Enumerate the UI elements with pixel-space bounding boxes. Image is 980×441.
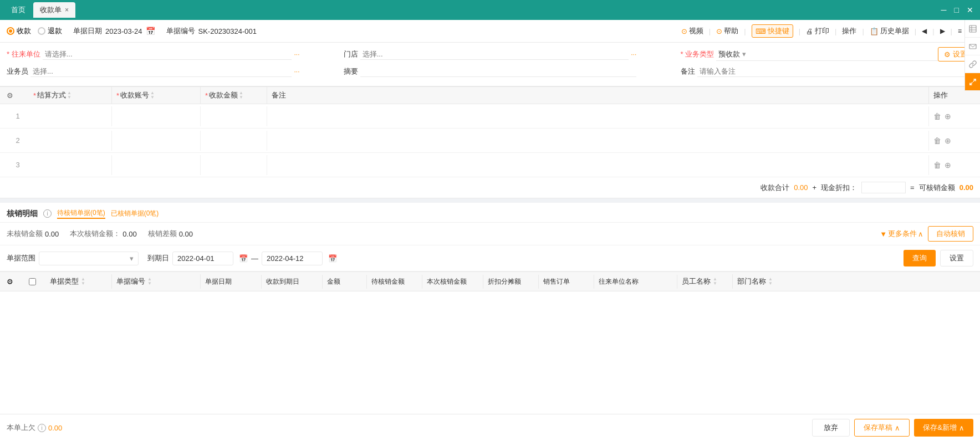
diff-value: 0.00 <box>179 230 193 238</box>
save-new-label: 保存&新增 <box>923 423 957 433</box>
save-new-btn[interactable]: 保存&新增 ∧ <box>914 419 973 437</box>
store-more[interactable]: ··· <box>631 50 636 58</box>
video-btn[interactable]: ⊙ 视频 <box>681 26 703 36</box>
form-fields: 往来单位 ··· 门店 ··· 业务类型 预收款 ▾ ⚙ <box>0 43 980 86</box>
row-cell-method-3[interactable] <box>29 155 112 175</box>
row-cell-account-2[interactable] <box>112 131 201 151</box>
nav-next-btn[interactable]: ▶ <box>940 27 945 35</box>
note-input[interactable] <box>697 66 973 77</box>
row-cell-method-2[interactable] <box>29 131 112 151</box>
summary-row: 收款合计 0.00 + 现金折扣： = 可核销金额 0.00 <box>0 177 980 198</box>
delete-icon-1[interactable]: 🗑 <box>933 112 941 121</box>
bth-counterparty: 往来单位名称 <box>594 275 677 289</box>
restore-btn[interactable]: □ <box>952 4 961 16</box>
counterparty-field: 往来单位 ··· <box>7 49 299 60</box>
row-cell-account-1[interactable] <box>112 106 201 126</box>
row-cell-remark-1[interactable] <box>267 106 929 126</box>
business-type-label: 业务类型 <box>681 49 714 59</box>
table-header: ⚙ * 结算方式 ▲▼ * 收款账号 ▲▼ * 收款金额 ▲▼ 备注 操作 <box>0 86 980 104</box>
sort-doc-type[interactable]: ▲▼ <box>81 277 85 286</box>
due-date-end[interactable] <box>262 252 323 265</box>
sort-account[interactable]: ▲▼ <box>150 91 155 100</box>
chevron-down-icon: ▾ <box>742 50 746 58</box>
tab-receipt[interactable]: 收款单 × <box>33 2 75 18</box>
counterparty-input[interactable] <box>43 49 292 60</box>
summary-input[interactable] <box>360 66 636 77</box>
radio-receipt[interactable]: 收款 <box>7 26 31 36</box>
bth-due-date: 收款到期日 <box>262 275 323 289</box>
discount-input[interactable] <box>861 182 906 193</box>
row-cell-amount-2[interactable] <box>201 131 267 151</box>
business-type-select[interactable]: 预收款 ▾ <box>716 48 938 61</box>
sort-doc-no[interactable]: ▲▼ <box>147 277 152 286</box>
right-sidebar <box>964 20 980 91</box>
tab-close-btn[interactable]: × <box>65 6 69 14</box>
copy-icon-3[interactable]: ⊕ <box>945 161 951 170</box>
info-icon[interactable]: i <box>43 209 52 218</box>
salesperson-more[interactable]: ··· <box>294 68 299 75</box>
more-conditions-btn[interactable]: ▼ 更多条件 ∧ <box>880 229 923 239</box>
reconcile-section: 核销明细 i 待核销单据(0笔) 已核销单据(0笔) 未核销金额 0.00 本次… <box>0 198 980 414</box>
nav-prev-btn[interactable]: ◀ <box>922 27 927 35</box>
sort-department[interactable]: ▲▼ <box>768 277 773 286</box>
sidebar-email-icon[interactable] <box>965 38 981 55</box>
calendar-icon[interactable]: 📅 <box>146 27 155 35</box>
delete-icon-3[interactable]: 🗑 <box>933 161 941 170</box>
current-debt-value: 0.00 <box>48 424 62 432</box>
row-cell-amount-1[interactable] <box>201 106 267 126</box>
counterparty-more[interactable]: ··· <box>294 50 299 58</box>
pending-tab[interactable]: 待核销单据(0笔) <box>57 208 105 219</box>
close-btn[interactable]: ✕ <box>964 4 976 16</box>
row-cell-amount-3[interactable] <box>201 155 267 175</box>
footer-info-icon[interactable]: i <box>38 424 46 432</box>
sort-employee[interactable]: ▲▼ <box>713 277 717 286</box>
sort-amount[interactable]: ▲▼ <box>239 91 243 100</box>
shortcut-btn[interactable]: ⌨ 快捷键 <box>752 24 793 38</box>
radio-refund[interactable]: 退款 <box>38 26 62 36</box>
all-checkbox[interactable] <box>29 278 36 285</box>
query-btn[interactable]: 查询 <box>904 250 936 266</box>
sort-settle[interactable]: ▲▼ <box>67 91 72 100</box>
copy-icon-2[interactable]: ⊕ <box>945 136 951 145</box>
th-account: * 收款账号 ▲▼ <box>112 87 201 104</box>
row-actions-2: 🗑 ⊕ <box>929 134 973 147</box>
radio-receipt-label: 收款 <box>17 26 31 36</box>
row-actions-3: 🗑 ⊕ <box>929 158 973 172</box>
window-controls: ─ □ ✕ <box>939 4 976 16</box>
table-settings-icon[interactable]: ⚙ <box>7 88 29 103</box>
page-footer: 本单上欠 i 0.00 放弃 保存草稿 ∧ 保存&新增 ∧ <box>0 414 980 441</box>
abandon-btn[interactable]: 放弃 <box>812 419 850 437</box>
minimize-btn[interactable]: ─ <box>939 4 949 16</box>
range-select[interactable]: ▾ <box>39 252 139 265</box>
store-input[interactable] <box>360 49 629 60</box>
salesperson-input[interactable] <box>30 66 292 77</box>
row-cell-account-3[interactable] <box>112 155 201 175</box>
row-cell-remark-3[interactable] <box>267 155 929 175</box>
select-all-checkbox[interactable] <box>29 278 45 285</box>
operation-btn[interactable]: 操作 <box>842 26 856 36</box>
save-draft-btn[interactable]: 保存草稿 ∧ <box>854 419 910 437</box>
range-filter: 单据范围 ▾ <box>7 252 139 265</box>
save-new-arrow: ∧ <box>959 424 964 432</box>
history-btn[interactable]: 📋 历史单据 <box>870 26 909 36</box>
sidebar-table-icon[interactable] <box>965 20 981 38</box>
calendar-start-icon[interactable]: 📅 <box>239 254 248 263</box>
bottom-table-gear[interactable]: ⚙ <box>7 278 29 286</box>
tab-home[interactable]: 首页 <box>4 2 32 18</box>
range-chevron-icon: ▾ <box>130 254 134 263</box>
list-view-btn[interactable]: ≡ <box>958 27 962 35</box>
help-btn[interactable]: ⊙ 帮助 <box>716 26 738 36</box>
copy-icon-1[interactable]: ⊕ <box>945 112 951 121</box>
auto-reconcile-btn[interactable]: 自动核销 <box>928 226 973 242</box>
row-cell-remark-2[interactable] <box>267 131 929 151</box>
reconcile-settings-btn[interactable]: 设置 <box>940 250 973 266</box>
print-btn[interactable]: 🖨 打印 <box>806 26 829 36</box>
due-date-start[interactable] <box>172 252 233 265</box>
delete-icon-2[interactable]: 🗑 <box>933 136 941 145</box>
row-cell-method-1[interactable] <box>29 106 112 126</box>
sidebar-expand-icon[interactable] <box>965 73 981 91</box>
done-tab[interactable]: 已核销单据(0笔) <box>111 209 159 218</box>
calendar-end-icon[interactable]: 📅 <box>328 254 337 263</box>
sidebar-link-icon[interactable] <box>965 55 981 73</box>
discount-label: 现金折扣： <box>821 183 857 193</box>
